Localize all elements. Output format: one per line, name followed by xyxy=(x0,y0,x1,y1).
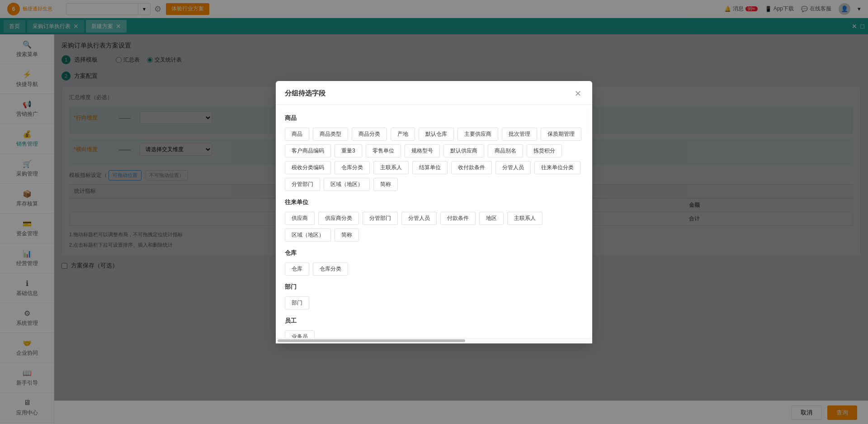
field-batch-mgmt[interactable]: 批次管理 xyxy=(502,128,537,141)
field-abbrev[interactable]: 简称 xyxy=(373,178,398,191)
modal-overlay[interactable]: 分组待选字段 ✕ 商品 商品 商品类型 商品分类 产地 默认仓库 主要供应商 批… xyxy=(0,0,868,424)
section-goods-title: 商品 xyxy=(285,114,583,122)
field-partner-abbrev[interactable]: 简称 xyxy=(335,229,359,242)
field-partner-dept[interactable]: 分管部门 xyxy=(363,212,398,225)
field-goods-alias[interactable]: 商品别名 xyxy=(488,144,523,157)
section-employee-title: 员工 xyxy=(285,317,583,325)
field-main-contact[interactable]: 主联系人 xyxy=(373,161,409,174)
field-retail-unit[interactable]: 零售单位 xyxy=(366,144,401,157)
field-supplier-category[interactable]: 供应商分类 xyxy=(318,212,359,225)
field-default-supplier[interactable]: 默认供应商 xyxy=(443,144,484,157)
field-default-warehouse[interactable]: 默认仓库 xyxy=(419,128,454,141)
section-department-title: 部门 xyxy=(285,283,583,291)
field-salesperson[interactable]: 业务员 xyxy=(285,330,315,338)
field-payment-terms[interactable]: 收付款条件 xyxy=(451,161,492,174)
field-settlement-unit[interactable]: 结算单位 xyxy=(412,161,448,174)
field-spec-model[interactable]: 规格型号 xyxy=(405,144,440,157)
field-goods-category[interactable]: 商品分类 xyxy=(352,128,387,141)
section-employee-fields: 业务员 xyxy=(285,330,583,338)
field-tax-code[interactable]: 税收分类编码 xyxy=(285,161,331,174)
modal-close-btn[interactable]: ✕ xyxy=(572,88,583,99)
field-shelf-life[interactable]: 保质期管理 xyxy=(541,128,581,141)
field-supplier[interactable]: 供应商 xyxy=(285,212,315,225)
field-partner-area[interactable]: 地区 xyxy=(479,212,504,225)
field-customer-code[interactable]: 客户商品编码 xyxy=(285,144,331,157)
section-partner-fields: 供应商 供应商分类 分管部门 分管人员 付款条件 地区 主联系人 区域（地区） … xyxy=(285,212,583,242)
field-dept[interactable]: 分管部门 xyxy=(285,178,320,191)
modal-hscroll[interactable] xyxy=(276,338,592,343)
modal-dialog: 分组待选字段 ✕ 商品 商品 商品类型 商品分类 产地 默认仓库 主要供应商 批… xyxy=(276,81,592,343)
field-region[interactable]: 区域（地区） xyxy=(324,178,370,191)
field-partner-payment[interactable]: 付款条件 xyxy=(440,212,476,225)
field-warehouse-cat[interactable]: 仓库分类 xyxy=(313,262,348,276)
field-partner-contact[interactable]: 主联系人 xyxy=(507,212,542,225)
hscroll-thumb[interactable] xyxy=(278,339,465,342)
hscroll-track xyxy=(278,339,590,342)
field-main-supplier[interactable]: 主要供应商 xyxy=(458,128,498,141)
field-supervisor[interactable]: 分管人员 xyxy=(495,161,531,174)
modal-body: 商品 商品 商品类型 商品分类 产地 默认仓库 主要供应商 批次管理 保质期管理… xyxy=(276,105,592,338)
modal-header: 分组待选字段 ✕ xyxy=(276,81,592,105)
section-warehouse-title: 仓库 xyxy=(285,249,583,257)
field-warehouse-category[interactable]: 仓库分类 xyxy=(335,161,370,174)
field-weight3[interactable]: 重量3 xyxy=(335,144,362,157)
section-partner-title: 往来单位 xyxy=(285,198,583,206)
field-partner-category[interactable]: 往来单位分类 xyxy=(534,161,580,174)
field-pick-points[interactable]: 拣货积分 xyxy=(527,144,562,157)
section-warehouse-fields: 仓库 仓库分类 xyxy=(285,262,583,276)
field-warehouse-name[interactable]: 仓库 xyxy=(285,262,309,276)
field-goods-type[interactable]: 商品类型 xyxy=(313,128,348,141)
field-department[interactable]: 部门 xyxy=(285,296,309,310)
section-goods-fields: 商品 商品类型 商品分类 产地 默认仓库 主要供应商 批次管理 保质期管理 客户… xyxy=(285,128,583,191)
field-partner-region[interactable]: 区域（地区） xyxy=(285,229,331,242)
field-goods[interactable]: 商品 xyxy=(285,128,309,141)
modal-title: 分组待选字段 xyxy=(285,89,326,98)
field-origin[interactable]: 产地 xyxy=(391,128,415,141)
section-department-fields: 部门 xyxy=(285,296,583,310)
field-partner-supervisor[interactable]: 分管人员 xyxy=(401,212,437,225)
